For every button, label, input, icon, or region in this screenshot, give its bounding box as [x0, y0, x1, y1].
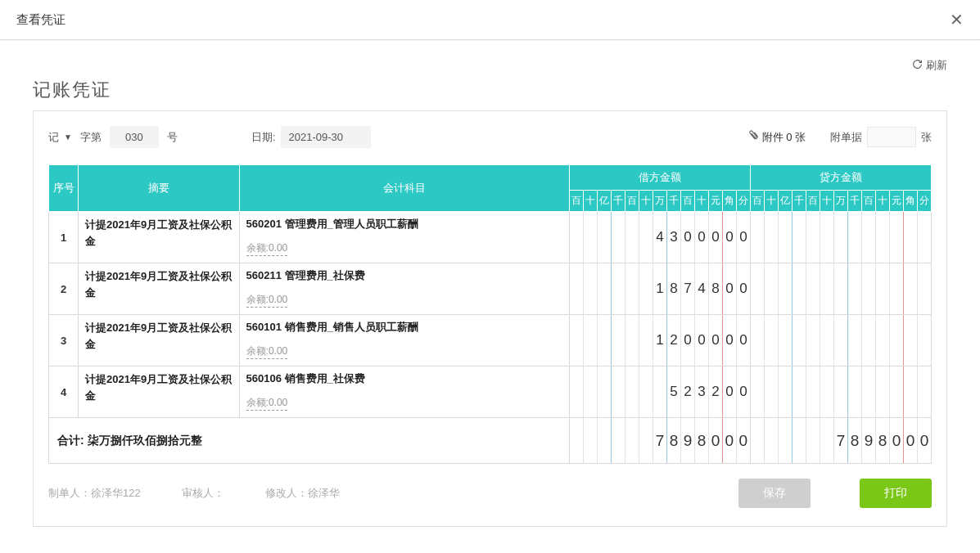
digit: [584, 212, 598, 263]
save-button[interactable]: 保存: [738, 479, 811, 508]
th-unit: 百: [570, 191, 584, 212]
digit: [765, 212, 779, 263]
digit: [570, 418, 584, 463]
voucher-type-select[interactable]: 记 ▼: [48, 130, 72, 145]
digit: 8: [709, 263, 723, 314]
digit: [598, 315, 612, 366]
digit: [918, 366, 931, 417]
auditor-label: 审核人：: [182, 487, 224, 499]
digit: [904, 263, 918, 314]
digit: [848, 212, 862, 263]
digit: [820, 418, 834, 463]
th-unit: 角: [903, 191, 917, 212]
digit: [779, 366, 793, 417]
digit: [876, 315, 890, 366]
digit: [625, 212, 639, 263]
digit: 7: [834, 418, 848, 463]
digit: 2: [709, 366, 723, 417]
voucher-number-input[interactable]: [110, 126, 159, 148]
digit: 0: [737, 263, 750, 314]
digit: [751, 418, 765, 463]
account-balance: 余额:0.00: [246, 241, 288, 256]
money-cell[interactable]: 1874800: [570, 263, 751, 315]
cell-account[interactable]: 560201 管理费用_管理人员职工薪酬余额:0.00: [239, 212, 570, 263]
money-cell[interactable]: [750, 212, 931, 263]
digit: [820, 212, 834, 263]
th-unit: 元: [708, 191, 722, 212]
att-slip-label: 附单据: [830, 130, 862, 145]
digit: [890, 263, 904, 314]
digit: [806, 418, 820, 463]
digit: 0: [737, 366, 750, 417]
money-cell[interactable]: [750, 263, 931, 315]
cell-seq: 1: [49, 212, 79, 263]
th-unit: 千: [792, 191, 806, 212]
digit: 0: [890, 418, 904, 463]
refresh-button[interactable]: 刷新: [912, 58, 947, 73]
digit: 0: [737, 212, 750, 263]
digit: [793, 315, 806, 366]
total-label-cell: 合计: 柒万捌仟玖佰捌拾元整: [49, 418, 570, 464]
digit: [806, 366, 820, 417]
refresh-icon: [912, 59, 923, 72]
attachment-link[interactable]: 附件 0 张: [746, 130, 806, 145]
account-balance: 余额:0.00: [246, 344, 288, 359]
cell-summary[interactable]: 计提2021年9月工资及社保公积金: [79, 263, 239, 315]
digit: [834, 315, 848, 366]
voucher-type-value: 记: [48, 130, 59, 145]
money-cell[interactable]: [750, 315, 931, 366]
digit: [625, 366, 639, 417]
digit: [653, 366, 667, 417]
digit: [862, 366, 876, 417]
digit: [639, 418, 653, 463]
footer-info: 制单人：徐泽华122 审核人： 修改人：徐泽华 保存 打印: [48, 479, 932, 508]
digit: [625, 418, 639, 463]
cell-summary[interactable]: 计提2021年9月工资及社保公积金: [79, 212, 239, 263]
th-account: 会计科目: [239, 165, 570, 212]
digit: 5: [667, 366, 681, 417]
digit: [779, 212, 793, 263]
digit: [890, 212, 904, 263]
date-input[interactable]: [281, 126, 371, 148]
caret-down-icon: ▼: [64, 133, 72, 142]
paperclip-icon: [746, 130, 757, 144]
digit: 0: [723, 315, 737, 366]
digit: 1: [653, 263, 667, 314]
account-name: 560101 销售费用_销售人员职工薪酬: [246, 320, 563, 335]
digit: 0: [918, 418, 931, 463]
print-button[interactable]: 打印: [860, 479, 932, 508]
digit: 7: [681, 263, 695, 314]
digit: [779, 263, 793, 314]
th-unit: 百: [750, 191, 764, 212]
digit: 8: [695, 418, 709, 463]
money-cell[interactable]: 7898000: [570, 418, 751, 464]
att-slip-unit: 张: [921, 130, 932, 145]
digit: 0: [904, 418, 918, 463]
digit: [570, 212, 584, 263]
page-title: 记账凭证: [33, 78, 947, 102]
cell-account[interactable]: 560211 管理费用_社保费余额:0.00: [239, 263, 570, 315]
digit: [751, 315, 765, 366]
cell-summary[interactable]: 计提2021年9月工资及社保公积金: [79, 366, 239, 418]
th-unit: 亿: [598, 191, 612, 212]
digit: [584, 315, 598, 366]
digit: [625, 263, 639, 314]
money-cell[interactable]: 4300000: [570, 212, 751, 263]
th-unit: 十: [764, 191, 778, 212]
cell-account[interactable]: 560101 销售费用_销售人员职工薪酬余额:0.00: [239, 315, 570, 366]
money-cell[interactable]: 523200: [570, 366, 751, 418]
digit: 8: [667, 418, 681, 463]
money-cell[interactable]: 7898000: [750, 418, 931, 464]
digit: 0: [723, 418, 737, 463]
digit: [765, 263, 779, 314]
money-cell[interactable]: [750, 366, 931, 418]
cell-account[interactable]: 560106 销售费用_社保费余额:0.00: [239, 366, 570, 418]
digit: 9: [681, 418, 695, 463]
att-slip-input[interactable]: [867, 127, 916, 147]
close-icon[interactable]: ✕: [950, 11, 964, 28]
money-cell[interactable]: 1200000: [570, 315, 751, 366]
th-unit: 百: [806, 191, 820, 212]
cell-summary[interactable]: 计提2021年9月工资及社保公积金: [79, 315, 239, 366]
th-unit: 十: [639, 191, 653, 212]
account-name: 560201 管理费用_管理人员职工薪酬: [246, 217, 563, 232]
